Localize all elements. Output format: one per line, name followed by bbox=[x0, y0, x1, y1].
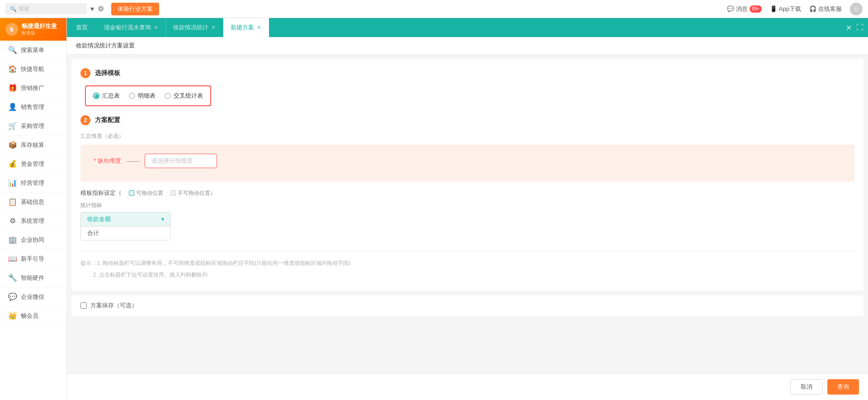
close-icon[interactable]: ✕ bbox=[211, 24, 216, 31]
dimension-grid: * 纵向维度 —— 请选择分组维度 bbox=[80, 145, 854, 182]
step2-number: 2 bbox=[80, 115, 90, 125]
vertical-dimension-label: * 纵向维度 bbox=[90, 157, 121, 165]
wechat-icon: 💬 bbox=[8, 292, 17, 301]
marketing-icon: 🎁 bbox=[8, 84, 17, 92]
sidebar-item-member[interactable]: 👑 畅会员 bbox=[0, 306, 66, 325]
logo-text-block: 畅捷通好生意 标准版 bbox=[22, 23, 57, 36]
legend-draggable: 可拖动位置 bbox=[129, 189, 163, 197]
messages-badge: 99+ bbox=[750, 5, 762, 13]
sidebar-item-wechat[interactable]: 💬 企业微信 bbox=[0, 287, 66, 306]
tab-home[interactable]: 首页 bbox=[67, 18, 97, 37]
service-icon: 🎧 bbox=[809, 5, 816, 12]
tips-section: 提示：1. 拖动标题栏可以调整布局，不可跨维度或指标区域拖动栏目字段(只能在同一… bbox=[80, 251, 854, 280]
avatar[interactable]: U bbox=[850, 3, 863, 15]
indicator-table-header[interactable]: 收款金额 ▾ bbox=[81, 212, 170, 226]
messages-item[interactable]: 💬 消息 99+ bbox=[727, 5, 762, 13]
tab-cash-flow[interactable]: 现金银行流水查询 ✕ bbox=[97, 18, 166, 37]
sidebar-item-basic-info[interactable]: 📋 基础信息 bbox=[0, 193, 66, 212]
sidebar-item-smart-hw[interactable]: 🔧 智能硬件 bbox=[0, 268, 66, 287]
query-button[interactable]: 查询 bbox=[827, 379, 859, 395]
sidebar-item-label: 畅会员 bbox=[21, 312, 38, 320]
sidebar-item-system[interactable]: ⚙ 系统管理 bbox=[0, 212, 66, 231]
finance-icon: 💰 bbox=[8, 160, 17, 168]
main-layout: 6 畅捷通好生意 标准版 🔍 搜索菜单 🏠 快捷导航 🎁 营销推广 👤 销售管理… bbox=[0, 18, 868, 400]
sidebar-item-sales[interactable]: 👤 销售管理 bbox=[0, 98, 66, 117]
step2-header: 2 方案配置 bbox=[80, 115, 854, 125]
edition-text: 标准版 bbox=[22, 30, 57, 36]
download-icon: 📱 bbox=[770, 5, 777, 12]
messages-label: 消息 bbox=[736, 5, 748, 13]
save-checkbox[interactable] bbox=[80, 302, 87, 309]
tips-text: 提示：1. 拖动标题栏可以调整布局，不可跨维度或指标区域拖动栏目字段(只能在同一… bbox=[80, 259, 854, 280]
tab-receipt-stat[interactable]: 收款情况统计 ✕ bbox=[166, 18, 223, 37]
sidebar-item-label: 搜索菜单 bbox=[21, 46, 44, 54]
close-icon[interactable]: ✕ bbox=[257, 24, 261, 31]
trial-button[interactable]: 体验行业方案 bbox=[111, 3, 159, 15]
purchase-icon: 🛒 bbox=[8, 122, 17, 130]
guide-icon: 📖 bbox=[8, 254, 17, 263]
radio-label-cross: 交叉统计表 bbox=[174, 92, 203, 100]
legend-not-draggable-label: 不可拖动位置） bbox=[178, 189, 216, 197]
page-title: 收款情况统计方案设置 bbox=[76, 42, 135, 49]
sidebar-item-marketing[interactable]: 🎁 营销推广 bbox=[0, 79, 66, 98]
inventory-icon: 📦 bbox=[8, 141, 17, 149]
sidebar-item-label: 新手引导 bbox=[21, 255, 44, 263]
save-section: 方案保存（可选） bbox=[71, 295, 863, 316]
radio-label-summary: 汇总表 bbox=[102, 92, 120, 100]
indicator-section: 模板指标设定（ 可拖动位置 不可拖动位置） bbox=[80, 189, 854, 242]
sidebar-item-guide[interactable]: 📖 新手引导 bbox=[0, 249, 66, 268]
page-content: 收款情况统计方案设置 1 选择模板 汇总表 bbox=[67, 37, 868, 373]
footer-bar: 取消 查询 bbox=[67, 373, 868, 400]
sidebar-item-operations[interactable]: 📊 经营管理 bbox=[0, 174, 66, 193]
step1-title: 选择模板 bbox=[95, 69, 120, 77]
service-item[interactable]: 🎧 在线客服 bbox=[809, 5, 842, 13]
sidebar-item-enterprise[interactable]: 🏢 企业协同 bbox=[0, 231, 66, 249]
content-area: 首页 现金银行流水查询 ✕ 收款情况统计 ✕ 新建方案 ✕ ✕ ⛶ bbox=[67, 18, 868, 400]
step1-header: 1 选择模板 bbox=[80, 68, 854, 78]
enterprise-icon: 🏢 bbox=[8, 235, 17, 244]
radio-dot-detail bbox=[129, 93, 135, 99]
settings-icon[interactable]: ⚙ bbox=[98, 5, 104, 13]
radio-summary[interactable]: 汇总表 bbox=[93, 92, 120, 100]
config-section: 2 方案配置 汇总维度（必选） * 纵向维度 —— bbox=[80, 115, 854, 280]
sidebar-item-finance[interactable]: 💰 资金管理 bbox=[0, 155, 66, 174]
header-search-box[interactable]: 🔍 搜索 bbox=[5, 3, 87, 14]
tab-new-plan[interactable]: 新建方案 ✕ bbox=[223, 18, 269, 37]
dropdown-arrow-icon[interactable]: ▾ bbox=[161, 216, 164, 222]
logo-icon: 6 bbox=[5, 23, 18, 36]
search-menu-icon: 🔍 bbox=[8, 46, 17, 54]
template-radio-group: 汇总表 明细表 交叉统计表 bbox=[93, 92, 203, 100]
operations-icon: 📊 bbox=[8, 179, 17, 187]
sidebar-item-label: 企业微信 bbox=[21, 293, 44, 301]
save-label: 方案保存（可选） bbox=[90, 301, 137, 310]
dimension-section: 汇总维度（必选） * 纵向维度 —— 请选择分组维度 bbox=[80, 132, 854, 182]
header-dropdown-btn[interactable]: ▾ bbox=[90, 5, 94, 13]
smart-hw-icon: 🔧 bbox=[8, 273, 17, 282]
dimension-selector[interactable]: 请选择分组维度 bbox=[145, 154, 217, 168]
sidebar-item-label: 库存核算 bbox=[21, 141, 44, 149]
sidebar-item-quick-nav[interactable]: 🏠 快捷导航 bbox=[0, 60, 66, 79]
download-label: App下载 bbox=[779, 5, 801, 13]
step2-title: 方案配置 bbox=[95, 116, 120, 124]
sidebar-item-label: 营销推广 bbox=[21, 84, 44, 92]
close-window-btn[interactable]: ✕ bbox=[846, 24, 852, 32]
sidebar-item-label: 采购管理 bbox=[21, 122, 44, 130]
member-icon: 👑 bbox=[8, 311, 17, 320]
close-icon[interactable]: ✕ bbox=[154, 24, 158, 31]
sidebar-item-search-menu[interactable]: 🔍 搜索菜单 bbox=[0, 41, 66, 60]
sidebar-item-inventory[interactable]: 📦 库存核算 bbox=[0, 136, 66, 155]
download-item[interactable]: 📱 App下载 bbox=[770, 5, 801, 13]
template-section: 汇总表 明细表 交叉统计表 bbox=[85, 85, 211, 106]
radio-label-detail: 明细表 bbox=[138, 92, 156, 100]
sidebar-item-label: 销售管理 bbox=[21, 103, 44, 111]
sidebar-item-label: 资金管理 bbox=[21, 160, 44, 168]
header-right: 💬 消息 99+ 📱 App下载 🎧 在线客服 U bbox=[727, 3, 863, 15]
radio-cross[interactable]: 交叉统计表 bbox=[165, 92, 203, 100]
indicator-table: 收款金额 ▾ 合计 bbox=[80, 212, 171, 240]
maximize-window-btn[interactable]: ⛶ bbox=[856, 24, 863, 32]
quick-nav-icon: 🏠 bbox=[8, 65, 17, 73]
sidebar-item-label: 快捷导航 bbox=[21, 65, 44, 73]
radio-detail[interactable]: 明细表 bbox=[129, 92, 156, 100]
cancel-button[interactable]: 取消 bbox=[790, 379, 823, 395]
sidebar-item-purchase[interactable]: 🛒 采购管理 bbox=[0, 117, 66, 136]
